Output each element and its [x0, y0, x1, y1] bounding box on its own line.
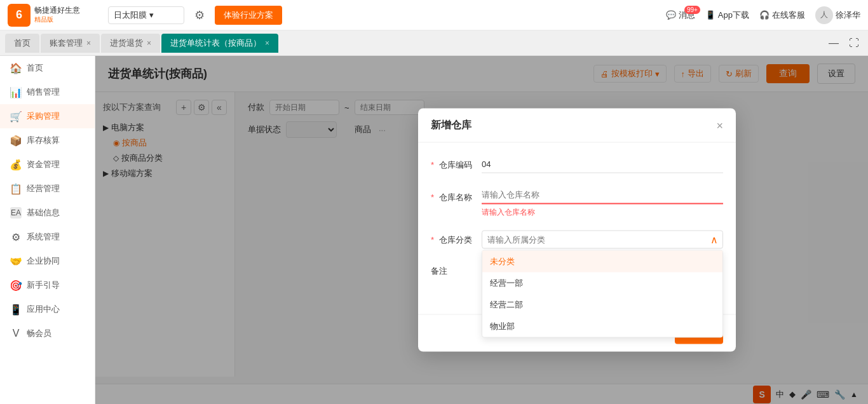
tab-bar-controls: — ⛶	[825, 34, 863, 52]
headset-icon: 🎧	[759, 10, 770, 20]
form-row-category: * 仓库分类 ∧ 未分类 经营一部 经营二部 物业部	[431, 231, 723, 249]
modal-title: 新增仓库	[431, 119, 471, 132]
tab-bar: 首页 账套管理 × 进货退货 × 进货单统计表（按商品） × — ⛶	[0, 30, 868, 56]
category-input-wrap: ∧ 未分类 经营一部 经营二部 物业部	[482, 231, 723, 249]
online-service-item[interactable]: 🎧 在线客服	[759, 10, 805, 21]
sidebar-item-sales-label: 销售管理	[27, 86, 60, 98]
tab-purchase-return[interactable]: 进货退货 ×	[101, 34, 160, 53]
gear-icon[interactable]: ⚙	[189, 5, 210, 25]
top-header: 6 畅捷通好生意 精品版 日太阳膜 ▾ ⚙ 体验行业方案 💬 消息 99+ 📱 …	[0, 0, 868, 30]
category-arrow-icon[interactable]: ∧	[710, 234, 718, 246]
tab-account-label: 账套管理	[50, 37, 83, 49]
warehouse-code-input[interactable]	[482, 156, 723, 173]
enterprise-icon: 🤝	[10, 255, 22, 267]
sidebar-item-inventory-label: 库存核算	[27, 135, 60, 146]
tab-expand-icon[interactable]: ⛶	[845, 34, 863, 52]
user-item[interactable]: 人 徐泽华	[815, 6, 860, 24]
sidebar-item-enterprise[interactable]: 🤝 企业协同	[0, 249, 95, 273]
tab-home-label: 首页	[14, 37, 31, 49]
edition-label: 精品版	[34, 15, 80, 24]
code-label: * 仓库编码	[431, 156, 482, 171]
category-input[interactable]	[482, 231, 723, 249]
tab-minimize-icon[interactable]: —	[825, 34, 843, 52]
sales-icon: 📊	[10, 86, 22, 98]
store-selector[interactable]: 日太阳膜 ▾	[108, 6, 184, 24]
inventory-icon: 📦	[10, 135, 22, 146]
dropdown-item-dept2[interactable]: 经营二部	[482, 294, 722, 316]
sidebar-item-home-label: 首页	[27, 62, 43, 74]
modal-close-icon[interactable]: ×	[716, 119, 723, 131]
tab-purchase-stats[interactable]: 进货单统计表（按商品） ×	[161, 34, 278, 53]
username: 徐泽华	[836, 10, 860, 21]
apps-icon: 📱	[10, 304, 22, 315]
tab-purchase-stats-close-icon[interactable]: ×	[265, 39, 269, 48]
app-download-item[interactable]: 📱 App下载	[705, 10, 749, 21]
trial-button[interactable]: 体验行业方案	[215, 6, 282, 25]
add-warehouse-modal: 新增仓库 × * 仓库编码 * 仓库名称	[418, 109, 736, 352]
category-label: * 仓库分类	[431, 231, 482, 246]
purchase-icon: 🛒	[10, 111, 22, 122]
tab-purchase-stats-label: 进货单统计表（按商品）	[170, 37, 261, 49]
tab-account[interactable]: 账套管理 ×	[41, 34, 100, 53]
sidebar-item-sales[interactable]: 📊 销售管理	[0, 80, 95, 104]
form-row-code: * 仓库编码	[431, 156, 723, 173]
finance-icon: 💰	[10, 159, 22, 170]
logo-icon: 6	[8, 4, 31, 27]
tab-purchase-return-label: 进货退货	[110, 37, 143, 49]
content-area: 进货单统计(按商品) 🖨 按模板打印 ▾ ↑ 导出 ↻ 刷新 查询 设置	[95, 56, 868, 404]
sidebar-item-system[interactable]: ⚙ 系统管理	[0, 225, 95, 249]
name-label: * 仓库名称	[431, 187, 482, 203]
system-icon: ⚙	[10, 231, 22, 243]
sidebar: 🏠 首页 📊 销售管理 🛒 采购管理 📦 库存核算 💰 资金管理 📋 经营管理 …	[0, 56, 95, 404]
home-icon: 🏠	[10, 62, 22, 74]
mobile-icon: 📱	[705, 10, 715, 20]
header-right: 💬 消息 99+ 📱 App下载 🎧 在线客服 人 徐泽华	[666, 6, 860, 24]
vip-icon: V	[10, 328, 22, 339]
sidebar-item-guide[interactable]: 🎯 新手引导	[0, 273, 95, 297]
modal-body: * 仓库编码 * 仓库名称 请输入仓库名称	[418, 143, 736, 314]
name-error-message: 请输入仓库名称	[431, 207, 535, 218]
brand-name: 畅捷通好生意	[34, 6, 80, 16]
sidebar-item-vip-label: 畅会员	[27, 328, 51, 339]
sidebar-item-inventory[interactable]: 📦 库存核算	[0, 128, 95, 152]
store-name: 日太阳膜	[114, 10, 147, 21]
form-row-name: * 仓库名称 请输入仓库名称	[431, 186, 723, 218]
tab-home[interactable]: 首页	[5, 34, 39, 53]
online-service-label: 在线客服	[772, 10, 805, 21]
sidebar-item-operations-label: 经营管理	[27, 183, 60, 194]
tab-account-close-icon[interactable]: ×	[86, 39, 91, 48]
messages-item[interactable]: 💬 消息 99+	[666, 10, 695, 21]
tab-purchase-return-close-icon[interactable]: ×	[147, 39, 151, 48]
messages-badge: 99+	[684, 6, 700, 14]
dropdown-item-uncategorized[interactable]: 未分类	[482, 251, 722, 273]
sidebar-item-purchase-label: 采购管理	[27, 111, 60, 122]
logo-area: 6 畅捷通好生意 精品版	[8, 4, 103, 27]
operations-icon: 📋	[10, 183, 22, 194]
sidebar-item-operations[interactable]: 📋 经营管理	[0, 177, 95, 201]
sidebar-item-basic-info-label: 基础信息	[27, 207, 60, 219]
sidebar-item-home[interactable]: 🏠 首页	[0, 56, 95, 80]
sidebar-item-finance[interactable]: 💰 资金管理	[0, 152, 95, 177]
chevron-down-icon: ▾	[149, 10, 154, 20]
sidebar-item-apps[interactable]: 📱 应用中心	[0, 297, 95, 321]
avatar: 人	[815, 6, 833, 24]
dropdown-item-property[interactable]: 物业部	[482, 316, 722, 337]
sidebar-item-guide-label: 新手引导	[27, 279, 60, 291]
category-dropdown: 未分类 经营一部 经营二部 物业部	[482, 250, 723, 338]
basic-info-icon: EA	[10, 207, 22, 219]
message-icon: 💬	[666, 10, 676, 20]
sidebar-item-apps-label: 应用中心	[27, 304, 60, 315]
main-layout: 🏠 首页 📊 销售管理 🛒 采购管理 📦 库存核算 💰 资金管理 📋 经营管理 …	[0, 56, 868, 404]
sidebar-item-basic-info[interactable]: EA 基础信息	[0, 201, 95, 225]
sidebar-item-purchase[interactable]: 🛒 采购管理	[0, 104, 95, 128]
sidebar-item-enterprise-label: 企业协同	[27, 255, 60, 267]
dropdown-item-dept1[interactable]: 经营一部	[482, 273, 722, 294]
notes-label: 备注	[431, 262, 482, 277]
sidebar-item-vip[interactable]: V 畅会员	[0, 321, 95, 346]
app-download-label: App下载	[718, 10, 749, 21]
sidebar-item-finance-label: 资金管理	[27, 159, 60, 170]
warehouse-name-input[interactable]	[482, 186, 723, 205]
modal-header: 新增仓库 ×	[418, 109, 736, 143]
sidebar-item-system-label: 系统管理	[27, 231, 60, 243]
guide-icon: 🎯	[10, 279, 22, 291]
